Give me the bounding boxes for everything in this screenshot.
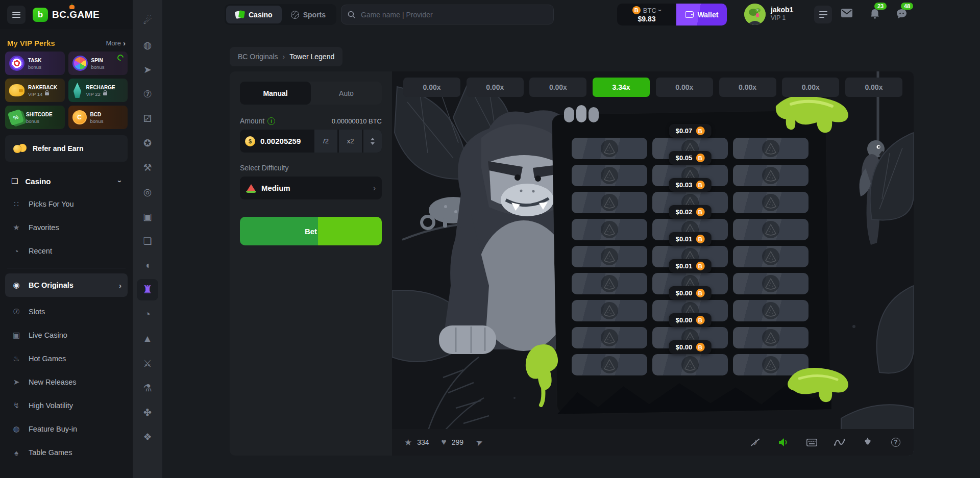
- difficulty-select[interactable]: Medium ›: [240, 177, 382, 199]
- sidebar-item-slots[interactable]: ⑦Slots: [5, 300, 128, 323]
- step-down-icon[interactable]: [371, 142, 375, 145]
- history-pill-7[interactable]: 0.00x: [782, 78, 839, 97]
- tower-cell-7-3[interactable]: [733, 300, 808, 321]
- game-gem-icon[interactable]: ❖: [140, 430, 155, 444]
- logo[interactable]: b BC.GAME: [33, 8, 100, 22]
- tower-cell-8-3[interactable]: [733, 327, 808, 348]
- sidebar-item-feature-buy-in[interactable]: ◍Feature Buy-in: [5, 417, 128, 441]
- music-off-icon[interactable]: ♪: [750, 437, 761, 448]
- vip-card-task[interactable]: TASKbonus: [5, 52, 65, 75]
- sidebar-item-new-releases[interactable]: ➤New Releases: [5, 370, 128, 394]
- inbox-button[interactable]: [841, 9, 852, 19]
- tower-cell-1-1[interactable]: [572, 138, 647, 159]
- sidebar-item-bc-originals[interactable]: ◉BC Originals›: [5, 273, 128, 297]
- refer-and-earn-card[interactable]: Refer and Earn: [5, 135, 128, 162]
- tower-cell-5-1[interactable]: [572, 246, 647, 267]
- tower-cell-6-3[interactable]: [733, 273, 808, 294]
- user-info[interactable]: jakob1 VIP 1: [771, 5, 793, 22]
- game-canvas: 0.00x0.00x0.00x3.34x0.00x0.00x0.00x0.00x: [392, 71, 914, 456]
- tower-cell-5-3[interactable]: [733, 246, 808, 267]
- game-potion-icon[interactable]: ⚗: [140, 381, 155, 395]
- tower-cell-7-1[interactable]: [572, 300, 647, 321]
- hamburger-menu-button[interactable]: [7, 6, 26, 24]
- game-moon-icon[interactable]: ◖: [140, 258, 155, 272]
- game-clock-icon[interactable]: ◔: [140, 307, 155, 321]
- tower-cell-4-3[interactable]: [733, 219, 808, 240]
- tower-cell-3-3[interactable]: [733, 192, 808, 213]
- tab-casino[interactable]: Casino: [226, 6, 282, 23]
- pumpkin-icon: [69, 5, 75, 9]
- history-pill-3[interactable]: 0.00x: [529, 78, 586, 97]
- sidebar-item-recent[interactable]: ◔Recent: [5, 239, 128, 263]
- tower-cell-3-1[interactable]: [572, 192, 647, 213]
- game-swords-icon[interactable]: ⚔: [140, 356, 155, 370]
- seed-icon[interactable]: [862, 437, 873, 448]
- game-hammer-icon[interactable]: ⚒: [140, 160, 155, 174]
- tab-sports[interactable]: Sports: [282, 6, 335, 23]
- tower-cell-9-1[interactable]: [572, 354, 647, 375]
- game-flower-icon[interactable]: ✤: [140, 405, 155, 419]
- double-amount-button[interactable]: x2: [339, 130, 362, 153]
- watermelon-icon: [246, 184, 256, 192]
- tower-cell-2-1[interactable]: [572, 165, 647, 186]
- game-comet-icon[interactable]: ☄: [140, 13, 155, 28]
- hotkeys-icon[interactable]: [806, 437, 817, 448]
- tower-cell-8-1[interactable]: [572, 327, 647, 348]
- sidebar-item-live-casino[interactable]: ▣Live Casino: [5, 323, 128, 347]
- help-icon[interactable]: ?: [890, 437, 901, 448]
- quick-menu-button[interactable]: [814, 6, 832, 23]
- notifications-button[interactable]: 23: [870, 9, 880, 21]
- star-rating-icon[interactable]: ★: [404, 437, 412, 448]
- tower-cell-4-1[interactable]: [572, 219, 647, 240]
- history-pill-2[interactable]: 0.00x: [467, 78, 524, 97]
- vip-card-bcd[interactable]: CBCDbonus: [68, 106, 128, 129]
- tower-cell-2-3[interactable]: [733, 165, 808, 186]
- game-mine-icon[interactable]: ✪: [140, 136, 155, 150]
- game-ball-icon[interactable]: ◍: [140, 38, 155, 52]
- history-pill-1[interactable]: 0.00x: [403, 78, 460, 97]
- user-avatar[interactable]: [744, 4, 766, 25]
- game-peak-icon[interactable]: ▲: [140, 332, 155, 346]
- balance-selector[interactable]: B BTC › $9.83: [617, 4, 676, 26]
- game-cards-icon[interactable]: ❏: [140, 234, 155, 248]
- sidebar-item-high-volatility[interactable]: ↯High Volatility: [5, 394, 128, 417]
- sidebar-item-picks-for-you[interactable]: ∷Picks For You: [5, 192, 128, 216]
- heart-like-icon[interactable]: ♥: [442, 437, 447, 447]
- sound-on-icon[interactable]: [778, 437, 789, 448]
- tower-cell-6-1[interactable]: [572, 273, 647, 294]
- history-pill-8[interactable]: 0.00x: [845, 78, 902, 97]
- vip-card-spin[interactable]: SPINbonus: [68, 52, 128, 75]
- half-amount-button[interactable]: /2: [314, 130, 337, 153]
- history-pill-4[interactable]: 3.34x: [593, 78, 650, 97]
- live-stats-icon[interactable]: [834, 437, 845, 448]
- amount-input[interactable]: [259, 136, 308, 146]
- game-panel-icon[interactable]: ▣: [140, 209, 155, 223]
- game-ring-icon[interactable]: ◎: [140, 185, 155, 199]
- vip-more-link[interactable]: More›: [106, 39, 126, 47]
- vip-card-shitcode[interactable]: %SHITCODEbonus: [5, 106, 65, 129]
- step-up-icon[interactable]: [371, 138, 375, 140]
- sidebar-item-casino[interactable]: ❏ Casino ›: [5, 170, 128, 192]
- bet-button[interactable]: Bet: [240, 217, 382, 245]
- wallet-button[interactable]: Wallet: [676, 4, 727, 26]
- chat-button[interactable]: 48: [896, 9, 907, 21]
- game-rocket-icon[interactable]: ➤: [140, 62, 155, 77]
- game-tower-icon[interactable]: ♜: [137, 279, 158, 300]
- sidebar-item-favorites[interactable]: ★Favorites: [5, 216, 128, 239]
- search-input[interactable]: [360, 10, 547, 19]
- sidebar-item-hot-games[interactable]: ♨Hot Games: [5, 347, 128, 370]
- tab-manual[interactable]: Manual: [240, 82, 311, 105]
- vip-card-rakeback[interactable]: RAKEBACKVIP 14: [5, 79, 65, 102]
- game-dice-icon[interactable]: ⚂: [140, 111, 155, 125]
- sidebar-item-table-games[interactable]: ♠Table Games: [5, 441, 128, 464]
- game-seven-icon[interactable]: ⑦: [140, 87, 155, 101]
- history-pill-6[interactable]: 0.00x: [719, 78, 776, 97]
- history-pill-5[interactable]: 0.00x: [656, 78, 713, 97]
- share-plane-icon[interactable]: ➤: [474, 436, 485, 449]
- info-icon[interactable]: i: [267, 117, 275, 125]
- tab-auto[interactable]: Auto: [311, 82, 382, 105]
- amount-stepper[interactable]: [363, 130, 382, 153]
- vip-card-recharge[interactable]: RECHARGEVIP 22: [68, 79, 128, 102]
- breadcrumb-parent[interactable]: BC Originals: [238, 53, 278, 61]
- tower-cell-9-2[interactable]: [652, 354, 728, 375]
